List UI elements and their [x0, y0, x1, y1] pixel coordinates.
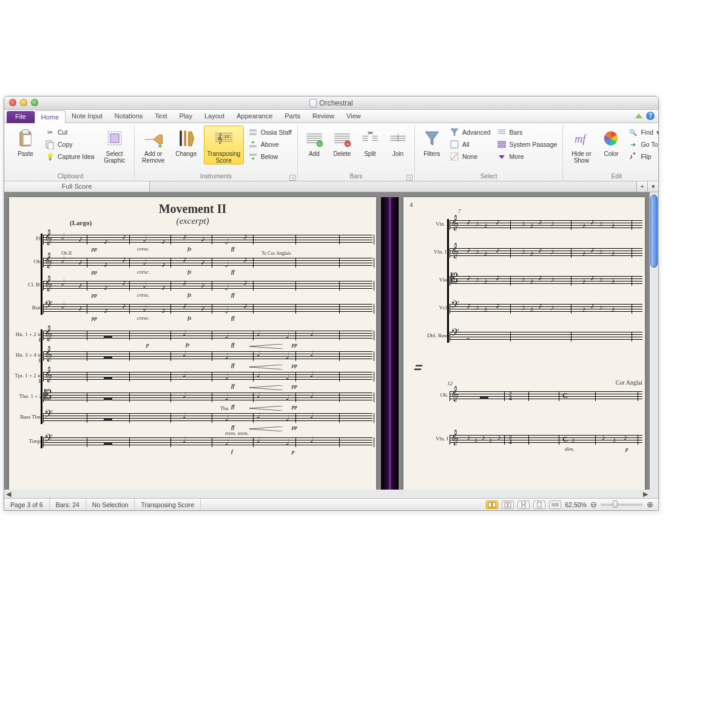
- view-spread-button[interactable]: [486, 500, 498, 509]
- transposing-score-button[interactable]: 𝄞♯♯ Transposing Score: [204, 126, 244, 164]
- barline: [374, 281, 374, 291]
- view-vertical-button[interactable]: [517, 500, 530, 509]
- group-select: Filters Advanced All None Bars System Pa…: [415, 124, 564, 181]
- bars-dialog-launcher[interactable]: ↘: [406, 175, 413, 181]
- file-tab[interactable]: File: [7, 111, 35, 123]
- goto-button[interactable]: ➜Go To ▾: [626, 139, 659, 150]
- barline: [632, 304, 632, 314]
- barline: [374, 258, 374, 268]
- vertical-scroll-thumb[interactable]: [650, 195, 658, 268]
- view-pages-button[interactable]: [502, 500, 514, 509]
- document-tab-full-score[interactable]: Full Score: [4, 181, 150, 192]
- select-more-button[interactable]: More: [495, 151, 559, 162]
- tab-appearance[interactable]: Appearance: [231, 110, 278, 123]
- zoom-window-button[interactable]: [31, 99, 38, 106]
- minimize-window-button[interactable]: [20, 99, 27, 106]
- barline: [170, 413, 171, 423]
- select-none-button[interactable]: None: [448, 151, 493, 162]
- tab-view[interactable]: View: [340, 110, 367, 123]
- dynamic-pp: pp: [292, 362, 297, 368]
- instrument-label: Cl. B♭: [13, 282, 42, 288]
- svg-rect-65: [505, 502, 507, 507]
- select-bars-button[interactable]: Bars: [495, 127, 559, 138]
- below-button[interactable]: Below: [246, 151, 294, 162]
- zoom-slider[interactable]: [601, 504, 643, 506]
- ossia-icon: [248, 127, 258, 137]
- new-part-button[interactable]: +: [636, 181, 647, 192]
- ossia-staff-button[interactable]: Ossia Staff: [246, 127, 294, 138]
- select-graphic-button[interactable]: Select Graphic: [99, 126, 130, 164]
- barline: [339, 393, 340, 402]
- cut-button[interactable]: ✂Cut: [43, 127, 96, 138]
- add-bar-button[interactable]: + Add: [302, 126, 327, 158]
- help-button[interactable]: ?: [646, 112, 655, 120]
- staff-row: Bsn.𝄢𝅗𝅥♪♪♪𝅗𝅥♪♪♪𝅗𝅥♪: [43, 302, 372, 316]
- scroll-left-arrow[interactable]: ◀: [4, 490, 13, 498]
- zoom-out-button[interactable]: ⊖: [590, 500, 597, 509]
- find-button[interactable]: 🔍Find ▾: [626, 127, 659, 138]
- system-passage-button[interactable]: System Passage: [495, 139, 559, 150]
- minimize-ribbon-button[interactable]: [635, 113, 642, 118]
- vertical-scrollbar[interactable]: [650, 192, 658, 498]
- delete-bar-button[interactable]: × Delete: [329, 126, 355, 158]
- change-instrument-button[interactable]: Change: [171, 126, 201, 158]
- barline: [129, 235, 130, 244]
- note: ♪: [538, 303, 542, 309]
- split-bar-button[interactable]: ✂ Split: [357, 126, 383, 158]
- score-page-left: Movement II (excerpt) (Largo) Fl.𝄞𝅗𝅥♪♪♪𝅗…: [9, 197, 376, 493]
- horizontal-scrollbar[interactable]: ◀ ▶: [4, 490, 650, 498]
- barline: [170, 331, 171, 340]
- instrument-label: Dbl. Bass: [407, 333, 448, 339]
- copy-button[interactable]: Copy: [43, 139, 96, 150]
- bars-icon: [497, 127, 507, 137]
- filters-button[interactable]: Filters: [419, 126, 445, 158]
- note: ♪: [496, 275, 500, 281]
- color-button[interactable]: Color: [598, 126, 624, 158]
- dynamic-fz: fz: [187, 269, 192, 275]
- add-remove-instrument-button[interactable]: + Add or Remove: [138, 126, 169, 164]
- tab-review[interactable]: Review: [306, 110, 340, 123]
- tab-parts[interactable]: Parts: [278, 110, 306, 123]
- barline: [510, 304, 511, 314]
- zoom-slider-thumb[interactable]: [613, 500, 618, 508]
- clef: 𝄢: [44, 435, 53, 445]
- advanced-select-button[interactable]: Advanced: [448, 127, 493, 138]
- view-panorama-button[interactable]: [549, 500, 561, 509]
- instruments-dialog-launcher[interactable]: ↘: [289, 175, 295, 181]
- scroll-right-arrow[interactable]: ▶: [641, 490, 650, 498]
- tab-layout[interactable]: Layout: [198, 110, 231, 123]
- staff-row: Vcl.𝄢♪♪♪♪♪♪♪♪♪♪♪♪: [450, 302, 642, 316]
- barline: [43, 258, 44, 268]
- barline: [43, 413, 44, 423]
- view-single-button[interactable]: [533, 500, 545, 509]
- hairpin: [249, 343, 286, 350]
- instrument-label: Hn. 1 + 2 in E: [13, 332, 42, 343]
- note: ♪: [481, 435, 485, 441]
- note: ♪: [611, 251, 615, 257]
- capture-idea-button[interactable]: 💡Capture Idea: [43, 151, 96, 162]
- tab-home[interactable]: Home: [35, 110, 66, 123]
- tab-notations[interactable]: Notations: [109, 110, 149, 123]
- zoom-in-button[interactable]: ⊕: [647, 500, 653, 509]
- note: ♪: [467, 219, 471, 225]
- dynamic-dim: dim.: [565, 446, 575, 452]
- above-button[interactable]: Above: [246, 139, 294, 150]
- paste-button[interactable]: Paste: [10, 126, 41, 158]
- select-all-icon: [450, 140, 459, 149]
- join-bar-button[interactable]: Join: [385, 126, 411, 158]
- close-window-button[interactable]: [9, 99, 16, 106]
- svg-rect-63: [488, 502, 491, 507]
- tab-note-input[interactable]: Note Input: [66, 110, 109, 123]
- note: ♪: [183, 280, 187, 286]
- hide-show-button[interactable]: mf Hide or Show: [567, 126, 596, 164]
- flip-button[interactable]: ♪Flip: [626, 151, 659, 162]
- score-page-right: 4 7 Vln. I𝄞♪♪♪♪♪♪♪♪♪♪♪♪Vln. II𝄞♪♪♪♪♪♪♪♪♪…: [403, 197, 645, 493]
- barline: [170, 304, 171, 314]
- select-all-button[interactable]: All: [448, 139, 493, 150]
- score-canvas[interactable]: Movement II (excerpt) (Largo) Fl.𝄞𝅗𝅥♪♪♪𝅗…: [4, 192, 658, 498]
- parts-menu-button[interactable]: ▾: [647, 181, 658, 192]
- note: ♪: [161, 308, 166, 314]
- barline: [339, 413, 340, 423]
- tab-text[interactable]: Text: [149, 110, 173, 123]
- tab-play[interactable]: Play: [174, 110, 198, 123]
